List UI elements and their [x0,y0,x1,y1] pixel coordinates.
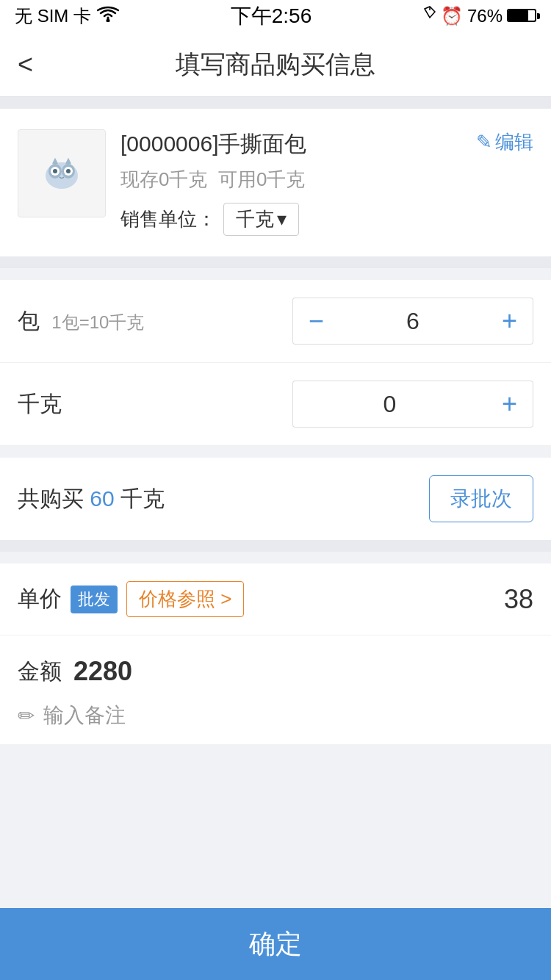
location-icon [423,6,436,26]
edit-button[interactable]: ✎ 编辑 [476,129,533,155]
unit-select[interactable]: 千克 ▾ [223,203,299,236]
amount-label: 金额 [18,657,62,687]
product-unit-row: 销售单位： 千克 ▾ [120,203,533,236]
form-section: 包 1包=10千克 − + 千克 + [0,280,551,446]
back-button[interactable]: < [18,49,33,80]
confirm-bar[interactable]: 确定 [0,908,551,980]
svg-point-7 [66,169,71,173]
battery-percent: 76% [467,6,503,26]
unit-label: 销售单位： [120,206,216,232]
kg-plus-button[interactable]: + [486,381,533,428]
price-section: 单价 批发 价格参照 > 38 [0,563,551,635]
confirm-label: 确定 [249,926,302,962]
svg-point-0 [107,19,110,23]
total-row: 共购买 60 千克 录批次 [0,458,551,540]
status-right: ⏰ 76% [423,6,536,26]
bag-minus-button[interactable]: − [292,298,339,345]
edit-icon: ✎ [476,131,492,154]
price-ref-button[interactable]: 价格参照 > [126,581,244,617]
status-left: 无 SIM 卡 [15,4,119,28]
batch-button[interactable]: 录批次 [429,475,533,522]
total-label: 共购买 60 千克 [18,484,165,514]
pencil-icon: ✏ [18,704,35,728]
price-label: 单价 [18,584,62,614]
product-card: [0000006]手撕面包 现存0千克 可用0千克 销售单位： 千克 ▾ ✎ 编… [0,109,551,256]
bag-row: 包 1包=10千克 − + [0,280,551,363]
product-stock: 现存0千克 可用0千克 [120,167,533,192]
total-value: 60 [90,486,120,511]
product-thumbnail [18,129,106,217]
wifi-icon [97,6,119,26]
alarm-icon: ⏰ [441,6,463,26]
svg-point-6 [53,169,57,173]
page-title: 填写商品购买信息 [176,48,375,82]
product-name: [0000006]手撕面包 [120,129,533,159]
amount-section: 金额 2280 ✏ 输入备注 [0,635,551,744]
kg-quantity-control: + [292,381,533,428]
nav-bar: < 填写商品购买信息 [0,32,551,97]
chevron-down-icon: ▾ [277,208,287,231]
bag-quantity-input[interactable] [339,298,486,345]
battery-icon [507,6,536,26]
status-time: 下午2:56 [231,2,312,30]
divider-2 [0,256,551,268]
bag-label: 包 1包=10千克 [18,306,292,336]
bag-quantity-control: − + [292,298,533,345]
amount-row: 金额 2280 [18,656,533,687]
carrier-text: 无 SIM 卡 [15,4,91,28]
kg-row: 千克 + [0,363,551,446]
pifa-badge: 批发 [71,586,118,613]
amount-value: 2280 [73,656,132,687]
product-info: [0000006]手撕面包 现存0千克 可用0千克 销售单位： 千克 ▾ [120,129,533,236]
bag-plus-button[interactable]: + [486,298,533,345]
remark-placeholder: 输入备注 [43,702,126,729]
divider-1 [0,97,551,109]
price-label-row: 单价 批发 价格参照 > [18,581,244,617]
kg-label: 千克 [18,389,292,419]
status-bar: 无 SIM 卡 下午2:56 ⏰ 76% [0,0,551,32]
price-value: 38 [504,584,533,615]
bag-sub: 1包=10千克 [51,312,144,332]
remark-row[interactable]: ✏ 输入备注 [18,702,533,737]
divider-3 [0,540,551,552]
kg-quantity-input[interactable] [292,381,486,428]
